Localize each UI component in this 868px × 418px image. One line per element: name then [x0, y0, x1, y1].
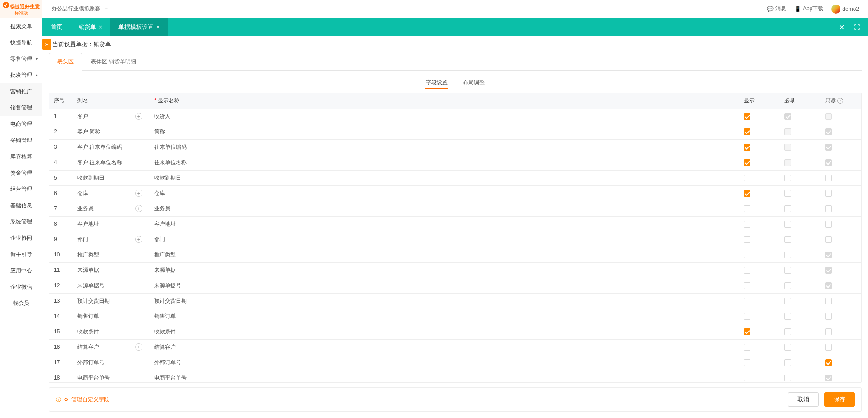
help-icon[interactable]: ? [837, 98, 843, 104]
section-tab[interactable]: 表体区-销货单明细 [82, 53, 145, 71]
row-display-name[interactable]: 客户地址 [150, 216, 739, 232]
main-tab[interactable]: 销货单× [71, 18, 110, 36]
sidebar-item[interactable]: 畅会员 [0, 295, 42, 311]
checkbox-readonly[interactable] [825, 328, 832, 335]
checkbox-required[interactable] [784, 236, 791, 243]
checkbox-required[interactable] [784, 328, 791, 335]
cancel-button[interactable]: 取消 [788, 392, 819, 407]
checkbox-show[interactable] [744, 221, 750, 228]
sidebar-item[interactable]: 企业微信 [0, 279, 42, 295]
checkbox-readonly[interactable] [825, 344, 832, 351]
checkbox-required[interactable] [784, 267, 791, 274]
sidebar-item[interactable]: 营销推广 [0, 83, 42, 100]
checkbox-show[interactable] [744, 190, 750, 197]
close-icon[interactable]: × [156, 24, 160, 30]
checkbox-readonly[interactable] [825, 298, 832, 304]
row-display-name[interactable]: 业务员 [150, 201, 739, 216]
close-all-tabs-button[interactable] [836, 22, 847, 33]
sidebar-item[interactable]: 零售管理▼ [0, 51, 42, 67]
add-icon[interactable]: + [135, 343, 142, 351]
sub-tab[interactable]: 布局调整 [462, 77, 486, 89]
row-display-name[interactable]: 仓库 [150, 185, 739, 201]
checkbox-show[interactable] [744, 298, 750, 304]
row-display-name[interactable]: 来源单据号 [150, 278, 739, 293]
checkbox-show[interactable] [744, 344, 750, 351]
sidebar-item[interactable]: 新手引导 [0, 246, 42, 262]
fullscreen-button[interactable] [852, 22, 863, 33]
checkbox-show[interactable] [744, 359, 750, 366]
add-icon[interactable]: + [135, 205, 142, 212]
checkbox-show[interactable] [744, 313, 750, 320]
row-display-name[interactable]: 往来单位编码 [150, 139, 739, 155]
row-display-name[interactable]: 收款条件 [150, 324, 739, 339]
sidebar-item[interactable]: 销售管理 [0, 100, 42, 116]
messages-button[interactable]: 💬 消息 [767, 5, 786, 13]
checkbox-required[interactable] [784, 298, 791, 304]
row-display-name[interactable]: 简称 [150, 124, 739, 139]
checkbox-show[interactable] [744, 159, 750, 166]
checkbox-required[interactable] [784, 175, 791, 181]
sidebar-item[interactable]: 采购管理 [0, 132, 42, 148]
sidebar-item[interactable]: 系统管理 [0, 214, 42, 230]
checkbox-readonly[interactable] [825, 359, 832, 366]
row-display-name[interactable]: 收款到期日 [150, 170, 739, 185]
sidebar-item[interactable]: 快捷导航 [0, 34, 42, 51]
checkbox-show[interactable] [744, 175, 750, 181]
sidebar-item[interactable]: 基础信息 [0, 197, 42, 214]
main-tab[interactable]: 单据模板设置× [110, 18, 168, 36]
checkbox-required[interactable] [784, 205, 791, 212]
row-display-name[interactable]: 推广类型 [150, 247, 739, 262]
checkbox-show[interactable] [744, 128, 750, 135]
row-display-name[interactable]: 往来单位名称 [150, 155, 739, 170]
row-display-name[interactable]: 结算客户 [150, 339, 739, 355]
sidebar-item[interactable]: 企业协同 [0, 230, 42, 246]
sub-tab[interactable]: 字段设置 [425, 77, 448, 89]
checkbox-required[interactable] [784, 252, 791, 258]
checkbox-required[interactable] [784, 313, 791, 320]
checkbox-required[interactable] [784, 375, 791, 381]
checkbox-show[interactable] [744, 282, 750, 289]
row-display-name[interactable]: 外部订单号 [150, 355, 739, 370]
sidebar-item[interactable]: 资金管理 [0, 165, 42, 181]
checkbox-show[interactable] [744, 144, 750, 151]
sidebar-item[interactable]: 搜索菜单 [0, 18, 42, 34]
sidebar-item[interactable]: 经营管理 [0, 181, 42, 197]
checkbox-readonly[interactable] [825, 190, 832, 197]
app-download-button[interactable]: 📱 App下载 [794, 5, 823, 13]
checkbox-required[interactable] [784, 221, 791, 228]
row-display-name[interactable]: 部门 [150, 232, 739, 247]
row-display-name[interactable]: 销售订单 [150, 309, 739, 324]
add-icon[interactable]: + [135, 190, 142, 197]
account-set-selector[interactable]: 办公品行业模拟账套 ﹀ [42, 5, 118, 13]
checkbox-show[interactable] [744, 267, 750, 274]
fields-table-wrap[interactable]: 序号 列名 *显示名称 显示 必录 只读? 1客户+收货人2客户.简称简称3客户… [49, 93, 862, 383]
checkbox-show[interactable] [744, 252, 750, 258]
manage-custom-fields-link[interactable]: ⓘ ⚙ 管理自定义字段 [56, 396, 109, 404]
panel-expand-handle[interactable]: » [42, 39, 51, 50]
checkbox-show[interactable] [744, 236, 750, 243]
checkbox-required[interactable] [784, 344, 791, 351]
checkbox-readonly[interactable] [825, 175, 832, 181]
sidebar-item[interactable]: 库存核算 [0, 148, 42, 165]
row-display-name[interactable]: 电商平台单号 [150, 370, 739, 383]
checkbox-required[interactable] [784, 190, 791, 197]
logo[interactable]: 畅捷通好生意 标准版 [0, 0, 42, 18]
checkbox-required[interactable] [784, 359, 791, 366]
checkbox-show[interactable] [744, 113, 750, 120]
checkbox-show[interactable] [744, 328, 750, 335]
sidebar-item[interactable]: 应用中心 [0, 262, 42, 279]
sidebar-item[interactable]: 批发管理▲ [0, 67, 42, 83]
row-display-name[interactable]: 收货人 [150, 109, 739, 124]
add-icon[interactable]: + [135, 113, 142, 120]
close-icon[interactable]: × [99, 24, 102, 30]
row-display-name[interactable]: 来源单据 [150, 262, 739, 278]
checkbox-readonly[interactable] [825, 236, 832, 243]
save-button[interactable]: 保存 [824, 392, 855, 407]
sidebar-item[interactable]: 电商管理 [0, 116, 42, 132]
checkbox-show[interactable] [744, 375, 750, 381]
checkbox-readonly[interactable] [825, 313, 832, 320]
checkbox-readonly[interactable] [825, 205, 832, 212]
add-icon[interactable]: + [135, 236, 142, 243]
user-menu[interactable]: demo2 [831, 5, 859, 14]
row-display-name[interactable]: 预计交货日期 [150, 293, 739, 309]
